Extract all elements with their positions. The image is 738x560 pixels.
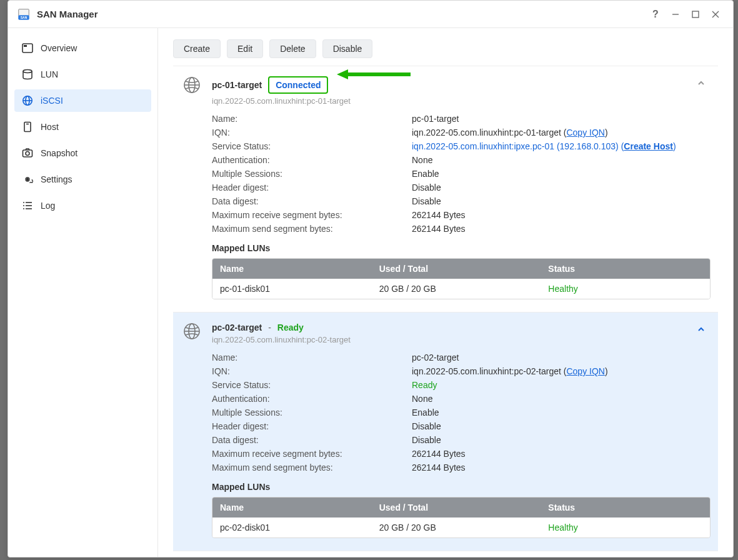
label-iqn: IQN:	[212, 128, 412, 138]
lun-status: Healthy	[541, 279, 710, 299]
delete-button[interactable]: Delete	[269, 39, 316, 58]
col-header-status: Status	[541, 498, 710, 518]
disable-button[interactable]: Disable	[322, 39, 373, 58]
iscsi-icon	[22, 95, 33, 106]
create-button[interactable]: Create	[173, 39, 221, 58]
sidebar-item-label: Overview	[41, 43, 77, 53]
label-mult-sessions: Multiple Sessions:	[212, 169, 412, 179]
close-button[interactable]	[707, 6, 724, 23]
edit-button[interactable]: Edit	[227, 39, 263, 58]
sidebar-item-host[interactable]: Host	[14, 116, 151, 138]
lun-used: 20 GB / 20 GB	[372, 279, 541, 299]
mapped-luns-heading: Mapped LUNs	[212, 243, 711, 253]
value-max-send: 262144 Bytes	[412, 224, 711, 234]
value-max-recv: 262144 Bytes	[412, 449, 711, 459]
sidebar-item-settings[interactable]: Settings	[14, 168, 151, 191]
collapse-toggle[interactable]	[697, 79, 706, 89]
label-hdr-digest: Header digest:	[212, 182, 412, 192]
sidebar-item-label: Snapshot	[41, 148, 77, 158]
value-iqn: iqn.2022-05.com.linuxhint:pc-02-target (…	[412, 366, 711, 376]
window-title: SAN Manager	[37, 9, 98, 19]
host-icon	[22, 121, 33, 132]
overview-icon	[22, 42, 33, 54]
sidebar-item-iscsi[interactable]: iSCSI	[14, 89, 151, 112]
san-manager-window: SAN SAN Manager ? Overview LUN iSCSI	[7, 0, 734, 558]
globe-icon	[183, 322, 201, 340]
collapse-toggle[interactable]	[697, 325, 706, 336]
value-iqn: iqn.2022-05.com.linuxhint:pc-01-target (…	[412, 128, 711, 138]
label-name: Name:	[212, 352, 412, 362]
target-title: pc-01-target	[212, 80, 262, 90]
value-max-send: 262144 Bytes	[412, 462, 711, 472]
sidebar-item-label: Settings	[41, 174, 72, 184]
label-max-send: Maximum send segment bytes:	[212, 224, 412, 234]
status-badge-ready: Ready	[277, 322, 304, 332]
lun-name: pc-02-disk01	[212, 518, 372, 538]
copy-iqn-link[interactable]: Copy IQN	[566, 128, 604, 138]
value-data-digest: Disable	[412, 435, 711, 445]
label-data-digest: Data digest:	[212, 196, 412, 206]
col-header-status: Status	[541, 259, 710, 279]
svg-point-20	[23, 205, 24, 206]
label-service-status: Service Status:	[212, 141, 412, 151]
label-auth: Authentication:	[212, 394, 412, 404]
svg-point-18	[23, 202, 24, 203]
svg-point-17	[26, 178, 29, 181]
lun-name: pc-01-disk01	[212, 279, 372, 299]
label-hdr-digest: Header digest:	[212, 421, 412, 431]
sidebar: Overview LUN iSCSI Host Snapshot Setting…	[8, 28, 158, 557]
titlebar: SAN SAN Manager ?	[8, 1, 733, 28]
gear-icon	[22, 174, 33, 185]
lun-table: Name Used / Total Status pc-01-disk01 20…	[212, 258, 711, 299]
col-header-name: Name	[212, 259, 372, 279]
lun-table-header: Name Used / Total Status	[212, 498, 710, 518]
value-hdr-digest: Disable	[412, 421, 711, 431]
snapshot-icon	[22, 148, 33, 159]
value-auth: None	[412, 394, 711, 404]
label-mult-sessions: Multiple Sessions:	[212, 408, 412, 418]
target-card-pc-01[interactable]: pc-01-target Connected iqn.2022-05.com.l…	[173, 66, 718, 312]
lun-table-row[interactable]: pc-01-disk01 20 GB / 20 GB Healthy	[212, 279, 710, 299]
label-name: Name:	[212, 114, 412, 124]
copy-iqn-link[interactable]: Copy IQN	[566, 366, 604, 376]
target-card-pc-02[interactable]: pc-02-target - Ready iqn.2022-05.com.lin…	[173, 312, 718, 551]
sidebar-item-label: Log	[41, 201, 55, 211]
target-title: pc-02-target	[212, 322, 262, 332]
sidebar-item-log[interactable]: Log	[14, 194, 151, 217]
sidebar-item-lun[interactable]: LUN	[14, 63, 151, 86]
svg-point-16	[26, 152, 29, 156]
lun-icon	[22, 69, 33, 80]
svg-rect-15	[23, 150, 32, 157]
value-auth: None	[412, 155, 711, 165]
label-service-status: Service Status:	[212, 380, 412, 390]
globe-icon	[183, 76, 201, 94]
value-name: pc-01-target	[412, 114, 711, 124]
sidebar-item-snapshot[interactable]: Snapshot	[14, 142, 151, 164]
col-header-used: Used / Total	[372, 498, 541, 518]
app-icon: SAN	[17, 8, 31, 21]
value-mult-sessions: Enable	[412, 169, 711, 179]
sidebar-item-label: Host	[41, 122, 59, 132]
mapped-luns-heading: Mapped LUNs	[212, 482, 711, 492]
maximize-button[interactable]	[687, 6, 704, 23]
label-max-recv: Maximum receive segment bytes:	[212, 449, 412, 459]
target-details: Name:pc-01-target IQN:iqn.2022-05.com.li…	[212, 112, 711, 236]
svg-text:SAN: SAN	[21, 15, 27, 19]
svg-point-9	[23, 70, 32, 73]
svg-point-22	[23, 208, 24, 209]
create-host-link[interactable]: Create Host	[624, 141, 673, 151]
help-button[interactable]: ?	[647, 6, 664, 23]
label-data-digest: Data digest:	[212, 435, 412, 445]
sidebar-item-overview[interactable]: Overview	[14, 37, 151, 59]
label-max-recv: Maximum receive segment bytes:	[212, 210, 412, 220]
lun-table: Name Used / Total Status pc-02-disk01 20…	[212, 497, 711, 538]
col-header-name: Name	[212, 498, 372, 518]
sidebar-item-label: iSCSI	[41, 96, 63, 106]
lun-status: Healthy	[541, 518, 710, 538]
svg-rect-8	[24, 45, 27, 47]
lun-table-row[interactable]: pc-02-disk01 20 GB / 20 GB Healthy	[212, 518, 710, 538]
label-max-send: Maximum send segment bytes:	[212, 462, 412, 472]
value-name: pc-02-target	[412, 352, 711, 362]
minimize-button[interactable]	[667, 6, 684, 23]
main-content: Create Edit Delete Disable pc-01-target …	[158, 28, 733, 557]
